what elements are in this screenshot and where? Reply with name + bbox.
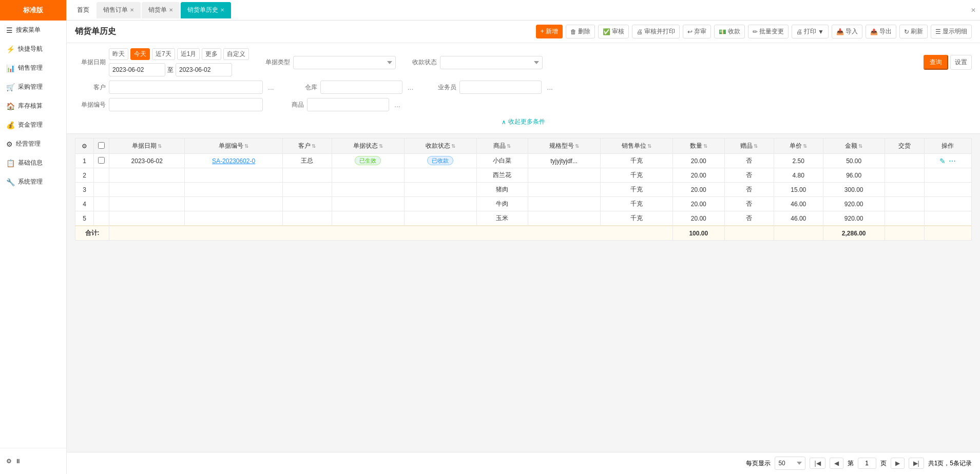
sidebar-item-search-menu[interactable]: ☰ 搜索菜单 <box>0 21 66 40</box>
doc-no-label: 单据编号 <box>75 101 106 109</box>
sidebar-settings[interactable]: ⚙ ⏸ <box>0 452 66 470</box>
review-print-button[interactable]: 🖨 审核并打印 <box>632 25 680 38</box>
doc-no-link[interactable]: SA-20230602-0 <box>212 157 255 165</box>
salesperson-picker-btn[interactable]: ... <box>545 82 555 92</box>
th-doc-date[interactable]: 单据日期⇅ <box>109 139 185 154</box>
collapse-button[interactable]: ∧ 收起更多条件 <box>499 115 547 128</box>
row-checkbox[interactable] <box>94 197 109 211</box>
close-tab-sales-goods[interactable]: ✕ <box>169 7 173 13</box>
th-unit[interactable]: 销售单位⇅ <box>600 139 672 154</box>
warehouse-input[interactable] <box>320 81 402 94</box>
row-transaction <box>885 168 924 183</box>
row-customer <box>282 211 332 226</box>
tab-home-label: 首页 <box>77 6 89 14</box>
th-customer[interactable]: 客户⇅ <box>282 139 332 154</box>
th-spec[interactable]: 规格型号⇅ <box>528 139 600 154</box>
date-btn-7days[interactable]: 近7天 <box>152 48 175 60</box>
select-all-checkbox[interactable] <box>98 142 105 149</box>
footer-empty5 <box>924 226 971 241</box>
sidebar-item-sys-mgmt[interactable]: 🔧 系统管理 <box>0 172 66 191</box>
customer-picker-btn[interactable]: ... <box>266 82 276 92</box>
th-amount[interactable]: 金额⇅ <box>823 139 885 154</box>
row-checkbox[interactable] <box>94 168 109 183</box>
more-icon[interactable]: ⋯ <box>949 157 956 165</box>
customer-input[interactable] <box>109 81 263 94</box>
date-from-input[interactable] <box>109 63 165 76</box>
sidebar-bottom: ⚙ ⏸ <box>0 448 66 474</box>
abandon-button[interactable]: ↩ 弃审 <box>683 25 711 38</box>
tab-home[interactable]: 首页 <box>71 2 95 18</box>
page-first-btn[interactable]: |◀ <box>810 458 825 469</box>
doc-type-select[interactable] <box>293 56 396 69</box>
sidebar-item-base-info[interactable]: 📋 基础信息 <box>0 153 66 172</box>
ops-icon: ⚙ <box>6 140 13 148</box>
sidebar-item-sales-mgmt[interactable]: 📊 销售管理 <box>0 58 66 77</box>
review-button[interactable]: ✅ 审核 <box>598 25 629 38</box>
print-icon: 🖨 <box>796 28 802 35</box>
finance-icon: 💰 <box>6 121 15 129</box>
per-page-select[interactable]: 50 100 <box>775 457 805 470</box>
batch-change-icon: ✏ <box>753 28 758 35</box>
th-doc-no[interactable]: 单据编号⇅ <box>185 139 282 154</box>
row-checkbox[interactable] <box>94 154 109 168</box>
close-tab-sales-history[interactable]: ✕ <box>220 7 224 13</box>
print-button[interactable]: 🖨 打印 ▼ <box>792 25 829 38</box>
window-close-btn[interactable]: ✕ <box>971 7 976 14</box>
refresh-button[interactable]: ↻ 刷新 <box>899 25 928 38</box>
settings-button[interactable]: 设置 <box>950 55 972 70</box>
import-button[interactable]: 📥 导入 <box>832 25 862 38</box>
page-last-btn[interactable]: ▶| <box>909 458 924 469</box>
warehouse-picker-btn[interactable]: ... <box>406 82 416 92</box>
sidebar-item-ops-mgmt[interactable]: ⚙ 经营管理 <box>0 134 66 153</box>
delete-button[interactable]: 🗑 删除 <box>566 25 595 38</box>
page-number-input[interactable] <box>858 458 876 469</box>
th-doc-status[interactable]: 单据状态⇅ <box>332 139 404 154</box>
page-prev-btn[interactable]: ◀ <box>830 458 843 469</box>
row-payment-status: 已收款 <box>404 154 476 168</box>
th-payment-status[interactable]: 收款状态⇅ <box>404 139 476 154</box>
sidebar-item-inventory[interactable]: 🏠 库存核算 <box>0 96 66 115</box>
table-row: 5 玉米 千克 20.00 否 46.00 920.00 <box>75 211 972 226</box>
table-wrap: ⚙ 单据日期⇅ 单据编号⇅ 客户⇅ <box>67 134 980 452</box>
sidebar-item-finance-mgmt[interactable]: 💰 资金管理 <box>0 115 66 134</box>
th-qty[interactable]: 数量⇅ <box>672 139 724 154</box>
th-checkbox[interactable] <box>94 139 109 154</box>
tab-sales-goods[interactable]: 销货单 ✕ <box>142 2 180 18</box>
export-button[interactable]: 📤 导出 <box>866 25 896 38</box>
sidebar-item-quick-nav[interactable]: ⚡ 快捷导航 <box>0 40 66 58</box>
new-button[interactable]: + 新增 <box>536 25 563 38</box>
th-goods[interactable]: 商品⇅ <box>476 139 528 154</box>
date-btn-today[interactable]: 今天 <box>130 48 150 60</box>
date-btn-yesterday[interactable]: 昨天 <box>109 48 128 60</box>
close-tab-sales-order[interactable]: ✕ <box>130 7 134 13</box>
query-button[interactable]: 查询 <box>924 55 948 70</box>
row-select-checkbox[interactable] <box>98 157 105 164</box>
edit-icon[interactable]: ✎ <box>939 157 946 165</box>
goods-picker-btn[interactable]: ... <box>392 100 402 110</box>
date-to-input[interactable] <box>176 63 232 76</box>
batch-change-button[interactable]: ✏ 批量变更 <box>748 25 789 38</box>
date-btn-more[interactable]: 更多 <box>202 48 221 60</box>
collect-button[interactable]: 💵 收款 <box>714 25 745 38</box>
th-gift[interactable]: 赠品⇅ <box>724 139 774 154</box>
row-doc-date: 2023-06-02 <box>109 154 185 168</box>
tab-sales-history[interactable]: 销货单历史 ✕ <box>181 2 231 18</box>
doc-no-input[interactable] <box>109 98 263 111</box>
goods-input[interactable] <box>307 98 389 111</box>
tab-sales-order[interactable]: 销售订单 ✕ <box>97 2 141 18</box>
page-next-btn[interactable]: ▶ <box>891 458 905 469</box>
import-label: 导入 <box>846 27 858 36</box>
row-checkbox[interactable] <box>94 211 109 226</box>
show-detail-button[interactable]: ☰ 显示明细 <box>931 25 972 38</box>
salesperson-input[interactable] <box>459 81 542 94</box>
footer-total-amount: 2,286.00 <box>823 226 885 241</box>
row-doc-status <box>332 197 404 211</box>
date-btn-custom[interactable]: 自定义 <box>223 48 249 60</box>
th-price[interactable]: 单价⇅ <box>774 139 823 154</box>
row-doc-status <box>332 183 404 197</box>
row-checkbox[interactable] <box>94 183 109 197</box>
date-btn-1month[interactable]: 近1月 <box>177 48 200 60</box>
payment-status-select[interactable] <box>440 56 543 69</box>
th-gear[interactable]: ⚙ <box>75 139 94 154</box>
sidebar-item-purchase-mgmt[interactable]: 🛒 采购管理 <box>0 77 66 96</box>
